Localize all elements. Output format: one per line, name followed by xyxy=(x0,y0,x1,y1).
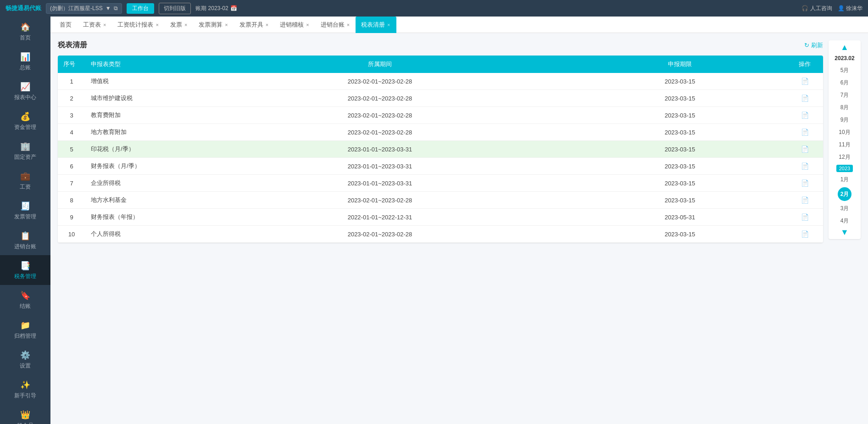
sidebar-label-tax: 税务管理 xyxy=(14,273,36,280)
cell-deadline: 2023-03-15 xyxy=(573,107,786,124)
tab-salary-report[interactable]: 工资统计报表 × xyxy=(112,17,164,33)
table-row: 4 地方教育附加 2023-02-01~2023-02-28 2023-03-1… xyxy=(58,124,823,141)
tab-purchase-ledger[interactable]: 进销台账 × xyxy=(315,17,356,33)
refresh-btn[interactable]: ↻ 刷新 xyxy=(804,41,823,50)
tab-invoice-calc[interactable]: 发票测算 × xyxy=(193,17,234,33)
main-layout: 🏠 首页 📊 总账 📈 报表中心 💰 资金管理 🏢 固定资产 💼 工资 🧾 发票… xyxy=(0,17,868,424)
action-icon-2[interactable]: 📄 xyxy=(801,95,809,102)
cell-type: 印花税（月/季） xyxy=(85,141,186,158)
sidebar-item-vip[interactable]: 👑 畅会员 xyxy=(0,404,50,424)
month-6[interactable]: 6月 xyxy=(829,77,861,89)
tab-purchase-check-label: 进销稽核 xyxy=(280,21,304,29)
cell-period: 2023-01-01~2023-03-31 xyxy=(186,141,573,158)
month-2-active[interactable]: 2月 xyxy=(838,187,851,201)
sidebar-item-settle[interactable]: 🔖 结账 xyxy=(0,285,50,315)
tab-salary-table-close[interactable]: × xyxy=(103,22,106,28)
sidebar-item-salary[interactable]: 💼 工资 xyxy=(0,166,50,195)
tab-purchase-ledger-close[interactable]: × xyxy=(347,22,350,28)
table-row: 9 财务报表（年报） 2022-01-01~2022-12-31 2023-05… xyxy=(58,209,823,226)
action-icon-6[interactable]: 📄 xyxy=(801,162,809,170)
action-icon-7[interactable]: 📄 xyxy=(801,179,809,187)
col-action: 操作 xyxy=(786,56,823,73)
cell-seq: 2 xyxy=(58,90,85,107)
tab-home[interactable]: 首页 xyxy=(54,17,78,33)
tab-salary-table[interactable]: 工资表 × xyxy=(78,17,112,33)
tab-tax-clear-close[interactable]: × xyxy=(387,22,390,28)
action-icon-5[interactable]: 📄 xyxy=(801,145,809,153)
sidebar-item-report[interactable]: 📈 报表中心 xyxy=(0,76,50,106)
period-up-btn[interactable]: ▲ xyxy=(840,42,850,52)
action-icon-1[interactable]: 📄 xyxy=(801,78,809,85)
calendar-icon: 📅 xyxy=(230,5,237,11)
cell-seq: 5 xyxy=(58,141,85,158)
action-icon-8[interactable]: 📄 xyxy=(801,196,809,204)
month-3[interactable]: 3月 xyxy=(829,202,861,215)
sidebar-item-invoice[interactable]: 🧾 发票管理 xyxy=(0,195,50,225)
sidebar-item-purchase[interactable]: 📋 进销台账 xyxy=(0,225,50,255)
cell-seq: 6 xyxy=(58,158,85,175)
month-12[interactable]: 12月 xyxy=(829,151,861,163)
month-7[interactable]: 7月 xyxy=(829,89,861,101)
tab-salary-report-label: 工资统计报表 xyxy=(117,21,153,29)
tax-icon: 📑 xyxy=(20,261,30,271)
sidebar-item-archive[interactable]: 📁 归档管理 xyxy=(0,315,50,345)
user-icon: 👤 xyxy=(838,5,845,11)
sidebar-item-settings[interactable]: ⚙️ 设置 xyxy=(0,345,50,374)
month-1[interactable]: 1月 xyxy=(829,173,861,186)
month-5[interactable]: 5月 xyxy=(829,64,861,77)
settings-icon: ⚙️ xyxy=(20,350,30,360)
period-panel: ▲ 2023.02 5月 6月 7月 8月 9月 10月 11月 12月 202… xyxy=(829,40,861,239)
cell-seq: 4 xyxy=(58,124,85,141)
month-4[interactable]: 4月 xyxy=(829,215,861,227)
tab-purchase-check[interactable]: 进销稽核 × xyxy=(274,17,315,33)
sidebar-item-assets[interactable]: 🏢 固定资产 xyxy=(0,136,50,166)
cell-type: 个人所得税 xyxy=(85,226,186,243)
cell-deadline: 2023-03-15 xyxy=(573,73,786,90)
sidebar-item-fund[interactable]: 💰 资金管理 xyxy=(0,106,50,136)
sidebar-label-vip: 畅会员 xyxy=(17,422,33,424)
content-area: 首页 工资表 × 工资统计报表 × 发票 × 发票测算 × 发票开具 × xyxy=(50,17,868,424)
period-panel-header[interactable]: 2023.02 xyxy=(832,52,857,64)
page-header: 税表清册 ↻ 刷新 xyxy=(58,40,823,50)
tab-bar: 首页 工资表 × 工资统计报表 × 发票 × 发票测算 × 发票开具 × xyxy=(50,17,868,33)
tab-invoice-calc-close[interactable]: × xyxy=(225,22,228,28)
action-icon-9[interactable]: 📄 xyxy=(801,213,809,221)
cell-deadline: 2023-03-15 xyxy=(573,124,786,141)
tab-invoice-open-close[interactable]: × xyxy=(266,22,268,28)
fund-icon: 💰 xyxy=(20,112,30,122)
cell-seq: 1 xyxy=(58,73,85,90)
assets-icon: 🏢 xyxy=(20,141,30,151)
period-down-btn[interactable]: ▼ xyxy=(840,227,850,237)
action-icon-10[interactable]: 📄 xyxy=(801,230,809,238)
month-9[interactable]: 9月 xyxy=(829,114,861,126)
cell-period: 2023-02-01~2023-02-28 xyxy=(186,226,573,243)
refresh-label: 刷新 xyxy=(811,41,823,50)
tab-salary-report-close[interactable]: × xyxy=(156,22,158,28)
action-icon-4[interactable]: 📄 xyxy=(801,128,809,136)
work-btn[interactable]: 工作台 xyxy=(127,3,154,14)
sidebar-item-guide[interactable]: ✨ 新手引导 xyxy=(0,374,50,404)
cell-action: 📄 xyxy=(786,192,823,209)
sidebar-item-tax[interactable]: 📑 税务管理 xyxy=(0,255,50,285)
year-2023-label[interactable]: 2023 xyxy=(836,165,853,172)
old-btn[interactable]: 切到旧版 xyxy=(159,3,191,14)
month-11[interactable]: 11月 xyxy=(829,139,861,151)
tab-invoice-close[interactable]: × xyxy=(184,22,187,28)
tab-tax-clear[interactable]: 税表清册 × xyxy=(356,17,396,33)
month-8[interactable]: 8月 xyxy=(829,101,861,114)
help-btn[interactable]: 🎧 人工咨询 xyxy=(801,5,832,12)
cell-deadline: 2023-05-31 xyxy=(573,209,786,226)
cell-deadline: 2023-03-15 xyxy=(573,90,786,107)
company-selector[interactable]: (勿删）江西服星-LSS ▼ ⧉ xyxy=(46,3,122,14)
tax-table: 序号 申报表类型 所属期间 申报期限 操作 1 增值税 2023-02-01~2… xyxy=(58,56,823,243)
user-menu[interactable]: 👤 徐涞华 xyxy=(838,5,862,12)
cell-period: 2023-01-01~2023-03-31 xyxy=(186,175,573,192)
month-10[interactable]: 10月 xyxy=(829,126,861,139)
action-icon-3[interactable]: 📄 xyxy=(801,112,809,119)
main-section: 税表清册 ↻ 刷新 序号 申报表类型 所属期间 申报期限 操作 xyxy=(58,40,823,417)
tab-invoice[interactable]: 发票 × xyxy=(165,17,193,33)
sidebar-item-ledger[interactable]: 📊 总账 xyxy=(0,46,50,76)
tab-purchase-check-close[interactable]: × xyxy=(306,22,309,28)
tab-invoice-open[interactable]: 发票开具 × xyxy=(234,17,274,33)
sidebar-item-home[interactable]: 🏠 首页 xyxy=(0,17,50,46)
